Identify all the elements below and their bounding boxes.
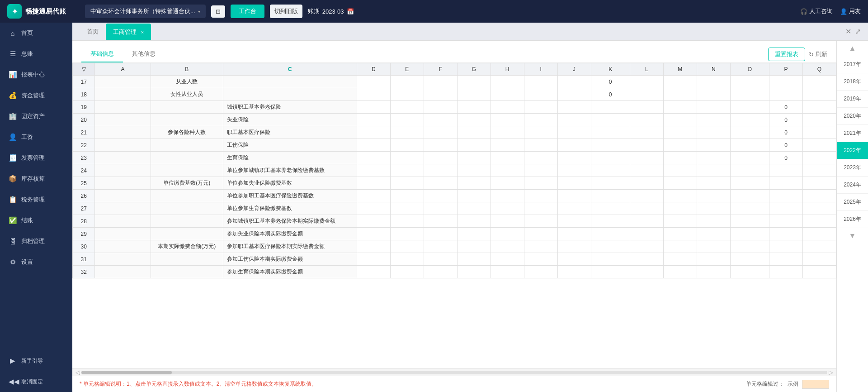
cell-27-F[interactable] bbox=[424, 202, 457, 215]
cell-20-F[interactable] bbox=[424, 114, 457, 126]
cell-31-H[interactable] bbox=[491, 253, 524, 266]
switch-old-button[interactable]: 切到旧版 bbox=[270, 5, 302, 18]
cell-22-I[interactable] bbox=[524, 139, 557, 152]
cell-27-L[interactable] bbox=[630, 202, 663, 215]
copy-button[interactable]: ⊡ bbox=[211, 5, 225, 18]
cell-30-G[interactable] bbox=[457, 240, 491, 253]
cell-31-N[interactable] bbox=[697, 253, 730, 266]
cell-32-O[interactable] bbox=[730, 266, 769, 278]
cell-17-c[interactable] bbox=[223, 76, 357, 88]
cell-23-p[interactable]: 0 bbox=[769, 152, 803, 164]
cell-24-F[interactable] bbox=[424, 164, 457, 177]
cell-21-L[interactable] bbox=[630, 126, 663, 139]
cell-20-a[interactable] bbox=[95, 114, 151, 126]
cell-29-c[interactable]: 参加失业保险本期实际缴费金额 bbox=[223, 228, 357, 240]
sidebar-item-close[interactable]: ✅ 结账 bbox=[0, 210, 72, 231]
ai-consult-button[interactable]: 🎧 人工咨询 bbox=[800, 7, 833, 15]
cell-32-M[interactable] bbox=[663, 266, 697, 278]
cell-28-a[interactable] bbox=[95, 215, 151, 228]
tab-business-mgmt[interactable]: 工商管理 × bbox=[106, 24, 151, 40]
tab-close-icon[interactable]: × bbox=[141, 29, 144, 35]
sidebar-item-settings[interactable]: ⚙ 设置 bbox=[0, 252, 72, 272]
cell-26-J[interactable] bbox=[557, 190, 591, 202]
cell-23-I[interactable] bbox=[524, 152, 557, 164]
cell-19-a[interactable] bbox=[95, 101, 151, 114]
sub-tab-basic[interactable]: 基础信息 bbox=[81, 46, 123, 62]
cell-32-p[interactable] bbox=[769, 266, 803, 278]
cell-27-a[interactable] bbox=[95, 202, 151, 215]
cell-23-E[interactable] bbox=[390, 152, 424, 164]
cell-27-G[interactable] bbox=[457, 202, 491, 215]
cell-25-O[interactable] bbox=[730, 177, 769, 190]
cell-31-J[interactable] bbox=[557, 253, 591, 266]
cell-19-O[interactable] bbox=[730, 101, 769, 114]
cell-26-N[interactable] bbox=[697, 190, 730, 202]
cell-19-I[interactable] bbox=[524, 101, 557, 114]
cell-31-a[interactable] bbox=[95, 253, 151, 266]
cell-24-H[interactable] bbox=[491, 164, 524, 177]
cell-28-q[interactable] bbox=[802, 215, 836, 228]
cell-28-b[interactable] bbox=[151, 215, 223, 228]
cell-24-b[interactable] bbox=[151, 164, 223, 177]
cell-31-k[interactable] bbox=[591, 253, 630, 266]
cell-25-a[interactable] bbox=[95, 177, 151, 190]
cell-20-p[interactable]: 0 bbox=[769, 114, 803, 126]
cell-23-O[interactable] bbox=[730, 152, 769, 164]
cell-17-F[interactable] bbox=[424, 76, 457, 88]
cell-23-N[interactable] bbox=[697, 152, 730, 164]
cell-25-M[interactable] bbox=[663, 177, 697, 190]
cell-24-D[interactable] bbox=[357, 164, 390, 177]
cell-17-G[interactable] bbox=[457, 76, 491, 88]
cell-22-c[interactable]: 工伤保险 bbox=[223, 139, 357, 152]
cell-32-q[interactable] bbox=[802, 266, 836, 278]
cell-19-L[interactable] bbox=[630, 101, 663, 114]
cell-30-N[interactable] bbox=[697, 240, 730, 253]
cell-22-k[interactable] bbox=[591, 139, 630, 152]
cell-30-b[interactable]: 本期实际缴费金额(万元) bbox=[151, 240, 223, 253]
cell-25-p[interactable] bbox=[769, 177, 803, 190]
cell-17-p[interactable] bbox=[769, 76, 803, 88]
sidebar-item-archive[interactable]: 🗄 归档管理 bbox=[0, 231, 72, 252]
cell-24-J[interactable] bbox=[557, 164, 591, 177]
cell-18-O[interactable] bbox=[730, 88, 769, 101]
cell-30-q[interactable] bbox=[802, 240, 836, 253]
cell-17-k[interactable]: 0 bbox=[591, 76, 630, 88]
cell-28-H[interactable] bbox=[491, 215, 524, 228]
cell-30-k[interactable] bbox=[591, 240, 630, 253]
cell-30-O[interactable] bbox=[730, 240, 769, 253]
cell-17-q[interactable] bbox=[802, 76, 836, 88]
cell-27-q[interactable] bbox=[802, 202, 836, 215]
sidebar-item-reports[interactable]: 📊 报表中心 bbox=[0, 64, 72, 85]
year-item[interactable]: 2022年 bbox=[837, 142, 868, 159]
cell-28-O[interactable] bbox=[730, 215, 769, 228]
cell-18-b[interactable]: 女性从业人员 bbox=[151, 88, 223, 101]
cell-19-c[interactable]: 城镇职工基本养老保险 bbox=[223, 101, 357, 114]
cell-25-I[interactable] bbox=[524, 177, 557, 190]
cell-32-F[interactable] bbox=[424, 266, 457, 278]
cell-30-H[interactable] bbox=[491, 240, 524, 253]
refresh-button[interactable]: ↻ 刷新 bbox=[809, 50, 827, 58]
cell-17-E[interactable] bbox=[390, 76, 424, 88]
cell-27-J[interactable] bbox=[557, 202, 591, 215]
cell-28-p[interactable] bbox=[769, 215, 803, 228]
cell-25-D[interactable] bbox=[357, 177, 390, 190]
cell-30-L[interactable] bbox=[630, 240, 663, 253]
cell-22-J[interactable] bbox=[557, 139, 591, 152]
cell-19-b[interactable] bbox=[151, 101, 223, 114]
cell-22-G[interactable] bbox=[457, 139, 491, 152]
cell-30-I[interactable] bbox=[524, 240, 557, 253]
cell-31-p[interactable] bbox=[769, 253, 803, 266]
cell-26-H[interactable] bbox=[491, 190, 524, 202]
cell-30-c[interactable]: 参加职工基本医疗保险本期实际缴费金额 bbox=[223, 240, 357, 253]
cell-27-k[interactable] bbox=[591, 202, 630, 215]
cell-27-I[interactable] bbox=[524, 202, 557, 215]
cell-29-M[interactable] bbox=[663, 228, 697, 240]
year-nav-up[interactable]: ▲ bbox=[837, 41, 868, 56]
cell-29-q[interactable] bbox=[802, 228, 836, 240]
cell-21-b[interactable]: 参保各险种人数 bbox=[151, 126, 223, 139]
cell-32-I[interactable] bbox=[524, 266, 557, 278]
sidebar-item-finance[interactable]: 💰 资金管理 bbox=[0, 85, 72, 106]
year-item[interactable]: 2024年 bbox=[837, 177, 868, 194]
cell-31-q[interactable] bbox=[802, 253, 836, 266]
cell-26-G[interactable] bbox=[457, 190, 491, 202]
